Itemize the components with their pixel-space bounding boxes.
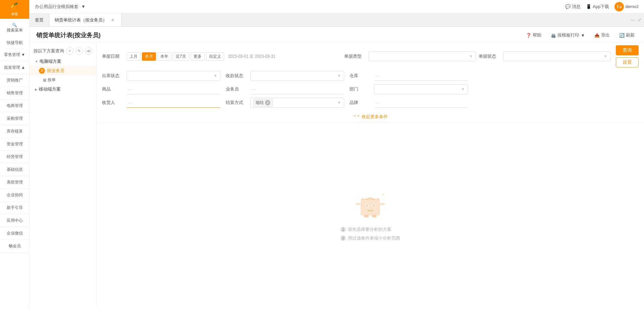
refresh-btn[interactable]: 🔄 刷新: [616, 31, 637, 40]
dept-select[interactable]: ▼: [374, 84, 468, 94]
sidebar-item-marketing[interactable]: 营销推广: [0, 74, 29, 87]
warehouse-dots: ···: [375, 73, 380, 79]
date-btn-thismonth[interactable]: 本月: [142, 52, 156, 61]
sidebar-item-inventory[interactable]: 库存核算: [0, 125, 29, 138]
sidebar-item-ecommerce[interactable]: 电商管理: [0, 100, 29, 112]
data-area: ✦ ✦ 1 请先选择要分析的方案 2 用过滤条件来缩小分析范围: [97, 123, 644, 306]
doc-type-label: 单据类型: [344, 53, 366, 59]
sidebar-item-finance[interactable]: 资金管理: [0, 138, 29, 151]
sidebar-item-appcenter[interactable]: 应用中心: [0, 214, 29, 227]
consignee-dots: ···: [128, 100, 133, 105]
settlement-clear-btn[interactable]: ✕: [265, 100, 270, 105]
date-btn-custom[interactable]: 自定义: [206, 52, 224, 61]
collapse-filters-btn[interactable]: ⌃⌃ 收起更多条件: [102, 111, 639, 122]
page-content: 销货单统计表(按业务员) ❓ 帮助 🖨️ 按模板打印 ▼ 📤 导出 🔄 刷: [30, 27, 644, 310]
tree-child-by-salesperson[interactable]: 员 按业务员: [30, 66, 96, 75]
date-btn-thisyear[interactable]: 本年: [157, 52, 171, 61]
left-panel-header: 按以下方案查询 + ✎ ≪: [30, 45, 96, 57]
sidebar-item-purchase[interactable]: 采购管理: [0, 112, 29, 125]
svg-rect-5: [356, 203, 361, 205]
pay-status-select[interactable]: ▼: [250, 71, 344, 81]
help-btn[interactable]: ❓ 帮助: [523, 31, 544, 40]
date-btn-lastmonth[interactable]: 上月: [126, 52, 141, 61]
tab-home[interactable]: 首页: [30, 13, 49, 27]
doc-type-arrow: ▼: [469, 54, 473, 59]
sidebar-item-enterprise[interactable]: 企业协同: [0, 189, 29, 202]
page-header-actions: ❓ 帮助 🖨️ 按模板打印 ▼ 📤 导出 🔄 刷新: [523, 31, 637, 40]
add-scheme-btn[interactable]: +: [66, 47, 73, 55]
tree-grandchild-by-order[interactable]: ⊞ 按单: [30, 75, 96, 85]
sidebar-item-shortcut[interactable]: 快捷导航: [5, 37, 24, 49]
out-status-arrow: ▼: [213, 73, 217, 78]
consignee-input[interactable]: ···: [126, 98, 220, 108]
user-menu[interactable]: Ea demo2: [614, 2, 639, 11]
hint-num-2: 2: [340, 236, 346, 241]
goods-input[interactable]: ···: [126, 84, 220, 94]
tree-mobile-label: 移动端方案: [39, 86, 61, 92]
date-btn-7days[interactable]: 近7天: [173, 52, 189, 61]
filter-row-2: 出库状态 ▼ 收款状态 ▼ 仓库 ···: [102, 71, 639, 81]
export-btn[interactable]: 📤 导出: [592, 31, 612, 40]
tree-mobile-schemes[interactable]: ▶ 移动端方案: [30, 85, 96, 94]
sidebar-item-operation[interactable]: 经营管理: [0, 151, 29, 163]
goods-label: 商品: [102, 86, 124, 92]
print-btn[interactable]: 🖨️ 按模板打印 ▼: [548, 31, 588, 40]
edit-scheme-btn[interactable]: ✎: [75, 47, 83, 55]
out-status-select[interactable]: ▼: [126, 71, 220, 81]
svg-rect-0: [361, 200, 380, 215]
tree-desktop-schemes[interactable]: ▼ 电脑端方案: [30, 57, 96, 66]
warehouse-input[interactable]: ···: [374, 71, 468, 81]
tree-arrow-desktop: ▼: [35, 60, 38, 63]
empty-illustration: ✦ ✦: [354, 188, 387, 221]
sidebar-item-corpwechat[interactable]: 企业微信: [0, 227, 29, 240]
settlement-label: 结算方式: [226, 100, 248, 106]
sales-input[interactable]: ···: [250, 84, 344, 94]
sidebar-item-system[interactable]: 系统管理: [0, 176, 29, 189]
settlement-tag-text: 现结: [256, 100, 264, 106]
tab-minimize-icon[interactable]: —: [631, 17, 635, 22]
app-download-btn[interactable]: 📱 App下载: [586, 4, 609, 10]
sidebar-item-newguide[interactable]: 新手引导: [0, 202, 29, 214]
sidebar-item-base[interactable]: 基础信息: [0, 163, 29, 176]
breadcrumb: 办公用品行业模拟账套 ▼: [35, 4, 86, 10]
svg-rect-7: [364, 214, 369, 217]
sidebar-item-sales[interactable]: 销售管理: [0, 87, 29, 100]
shortcut-label: 快捷导航: [7, 40, 23, 46]
doc-status-select[interactable]: ▼: [503, 51, 610, 61]
doc-status-label: 单据状态: [479, 53, 500, 59]
logo-icon: 🍊: [10, 3, 19, 11]
svg-rect-6: [380, 203, 385, 205]
tree-desktop-label: 电脑端方案: [40, 58, 61, 64]
tab-home-label: 首页: [35, 17, 44, 23]
svg-point-4: [373, 205, 374, 206]
collapse-panel-btn[interactable]: ≪: [85, 47, 92, 55]
help-label: 帮助: [533, 32, 541, 38]
sidebar-item-retail[interactable]: 零售管理 ▼: [0, 49, 29, 61]
sidebar-item-search[interactable]: 🔍 搜索菜单: [5, 19, 24, 37]
by-order-label: 按单: [48, 77, 56, 83]
message-btn[interactable]: 💬 消息: [565, 4, 581, 10]
sidebar-item-wholesale[interactable]: 批发管理 ▲: [0, 61, 29, 74]
settings-btn[interactable]: 设置: [616, 57, 639, 67]
panel-icons: + ✎ ≪: [66, 47, 92, 55]
sidebar-item-member[interactable]: 畅会员: [0, 240, 29, 253]
tab-bar: 首页 销货单统计表（按业务员） ✕ — ⤢: [30, 13, 644, 27]
brand-input[interactable]: ···: [374, 98, 468, 108]
brand-dots: ···: [375, 100, 380, 105]
tab-report[interactable]: 销货单统计表（按业务员） ✕: [49, 13, 121, 27]
logo-subtitle: 标版: [11, 12, 18, 16]
filter-row-3: 商品 ··· 业务员 ··· 部门 ▼: [102, 84, 639, 94]
date-btn-more[interactable]: 更多: [191, 52, 205, 61]
app-logo[interactable]: 🍊 标版: [0, 0, 30, 19]
breadcrumb-arrow: ▼: [81, 4, 86, 9]
settlement-select[interactable]: 现结 ✕ ▼: [250, 98, 344, 108]
print-arrow: ▼: [581, 33, 585, 38]
filter-panel: 单据日期 上月 本月 本年 近7天 更多 自定义 2023-03-01 至 20…: [97, 43, 644, 123]
top-header: 办公用品行业模拟账套 ▼ 💬 消息 📱 App下载 Ea demo2: [30, 0, 644, 13]
query-btn[interactable]: 查询: [616, 45, 639, 55]
hint-text-1: 请先选择要分析的方案: [348, 226, 391, 232]
tab-close-btn[interactable]: ✕: [110, 17, 116, 23]
consignee-label: 收货人: [102, 100, 124, 106]
doc-type-select[interactable]: ▼: [369, 51, 476, 61]
tab-maximize-icon[interactable]: ⤢: [638, 17, 641, 22]
